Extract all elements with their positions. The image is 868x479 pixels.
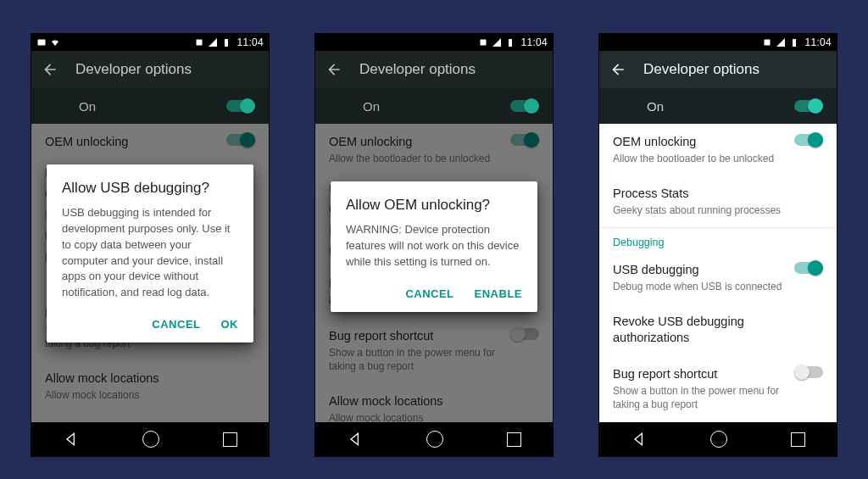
back-icon[interactable] [326, 61, 342, 78]
settings-list: OEM unlocking P G D U R Bug report short… [31, 124, 269, 422]
setting-usb-debugging[interactable]: USB debugging Debug mode when USB is con… [599, 252, 837, 304]
svg-rect-1 [197, 40, 203, 46]
page-title: Developer options [75, 61, 192, 78]
page-title: Developer options [359, 61, 476, 78]
setting-revoke-usb[interactable]: Revoke USB debugging authorizations [599, 304, 837, 356]
app-bar: Developer options [31, 51, 269, 88]
setting-title: Bug report shortcut [329, 328, 502, 344]
enable-button[interactable]: ENABLE [475, 287, 522, 300]
nfc-icon [194, 37, 204, 47]
nav-back-icon[interactable] [63, 431, 80, 448]
setting-oem-unlocking[interactable]: OEM unlocking Allow the bootloader to be… [599, 124, 837, 175]
setting-title: Bug report shortcut [613, 366, 786, 382]
setting-bug-report[interactable]: Bug report shortcut Show a button in the… [599, 356, 837, 421]
master-toggle[interactable] [510, 100, 539, 112]
status-bar: 11:04 [599, 34, 837, 51]
master-toggle-row[interactable]: On [315, 88, 553, 124]
phone-screen-usb-dialog: 11:04 Developer options On OEM unlocking… [31, 34, 269, 456]
usb-debugging-toggle[interactable] [794, 262, 823, 274]
svg-rect-3 [481, 40, 487, 46]
nav-bar [599, 422, 837, 456]
nav-back-icon[interactable] [631, 431, 648, 448]
status-time: 11:04 [520, 36, 548, 48]
on-label: On [329, 99, 380, 114]
cell-icon [776, 37, 786, 47]
back-icon[interactable] [609, 61, 626, 78]
nav-home-icon[interactable] [426, 431, 443, 448]
status-bar: 11:04 [31, 34, 269, 51]
bug-report-toggle[interactable] [794, 366, 823, 378]
setting-subtitle: Allow mock locations [329, 411, 531, 422]
oem-unlocking-dialog: Allow OEM unlocking? WARNING: Device pro… [331, 181, 537, 312]
status-time: 11:04 [236, 36, 264, 48]
setting-subtitle: Geeky stats about running processes [613, 203, 815, 217]
setting-title: Process Stats [613, 186, 815, 202]
master-toggle[interactable] [226, 100, 255, 112]
section-header-debugging: Debugging [599, 228, 837, 252]
nav-recent-icon[interactable] [791, 432, 805, 447]
svg-rect-0 [38, 40, 46, 46]
setting-subtitle: Show a button in the power menu for taki… [613, 384, 786, 411]
oem-unlocking-toggle[interactable] [794, 134, 823, 146]
dialog-body: USB debugging is intended for developmen… [62, 205, 238, 301]
app-bar: Developer options [599, 51, 837, 88]
master-toggle-row[interactable]: On [31, 88, 269, 124]
nav-home-icon[interactable] [142, 431, 159, 448]
app-bar: Developer options [315, 51, 553, 88]
setting-title: OEM unlocking [45, 134, 218, 150]
setting-subtitle: Show a button in the power menu for taki… [329, 346, 502, 373]
on-label: On [613, 99, 664, 114]
back-icon[interactable] [42, 61, 58, 78]
setting-oem-unlocking[interactable]: OEM unlocking Allow the bootloader to be… [315, 124, 553, 175]
usb-debugging-dialog: Allow USB debugging? USB debugging is in… [47, 164, 253, 343]
cancel-button[interactable]: CANCEL [152, 318, 200, 331]
nfc-icon [762, 37, 772, 47]
ok-button[interactable]: OK [221, 318, 239, 331]
setting-oem-unlocking[interactable]: OEM unlocking [31, 124, 269, 160]
oem-unlocking-toggle[interactable] [510, 134, 539, 146]
oem-unlocking-toggle[interactable] [226, 134, 255, 146]
nav-home-icon[interactable] [710, 431, 727, 448]
svg-rect-5 [765, 40, 771, 46]
setting-process-stats[interactable]: Process Stats Geeky stats about running … [599, 175, 837, 227]
dialog-title: Allow USB debugging? [62, 180, 238, 197]
battery-icon [505, 37, 515, 47]
battery-icon [789, 37, 799, 47]
setting-subtitle: Allow mock locations [45, 388, 247, 402]
dialog-title: Allow OEM unlocking? [346, 197, 522, 214]
card-icon [36, 37, 47, 47]
on-label: On [45, 99, 96, 114]
svg-rect-2 [225, 39, 228, 47]
cell-icon [208, 37, 218, 47]
setting-title: Allow mock locations [45, 370, 247, 387]
wifi-icon [50, 37, 60, 47]
battery-icon [221, 37, 231, 47]
setting-allow-mock[interactable]: Allow mock locations Allow mock location… [315, 383, 553, 422]
svg-rect-4 [509, 39, 512, 47]
master-toggle[interactable] [794, 100, 823, 112]
phone-screen-oem-dialog: 11:04 Developer options On OEM unlocking… [315, 34, 553, 456]
setting-title: Revoke USB debugging authorizations [613, 314, 815, 346]
setting-allow-mock[interactable]: Allow mock locations Allow mock location… [31, 360, 269, 412]
settings-list: OEM unlocking Allow the bootloader to be… [315, 124, 553, 422]
setting-bug-report: Bug report shortcut Show a button in the… [315, 318, 553, 383]
settings-list[interactable]: OEM unlocking Allow the bootloader to be… [599, 124, 837, 422]
setting-subtitle: Allow the bootloader to be unlocked [613, 152, 786, 165]
nav-recent-icon[interactable] [507, 432, 521, 447]
nav-bar [315, 422, 553, 456]
cell-icon [492, 37, 502, 47]
master-toggle-row[interactable]: On [599, 88, 837, 124]
nav-recent-icon[interactable] [223, 432, 237, 447]
setting-subtitle: Debug mode when USB is connected [613, 280, 786, 293]
setting-title: Allow mock locations [329, 393, 531, 409]
dialog-body: WARNING: Device protection features will… [346, 222, 522, 270]
svg-rect-6 [793, 39, 796, 47]
cancel-button[interactable]: CANCEL [405, 287, 453, 300]
page-title: Developer options [643, 61, 760, 78]
setting-title: OEM unlocking [613, 134, 786, 150]
phone-screen-developer-options: 11:04 Developer options On OEM unlocking… [599, 34, 837, 456]
nav-back-icon[interactable] [347, 431, 364, 448]
bug-report-toggle [510, 328, 539, 340]
setting-title: OEM unlocking [329, 134, 502, 150]
nav-bar [31, 422, 269, 456]
